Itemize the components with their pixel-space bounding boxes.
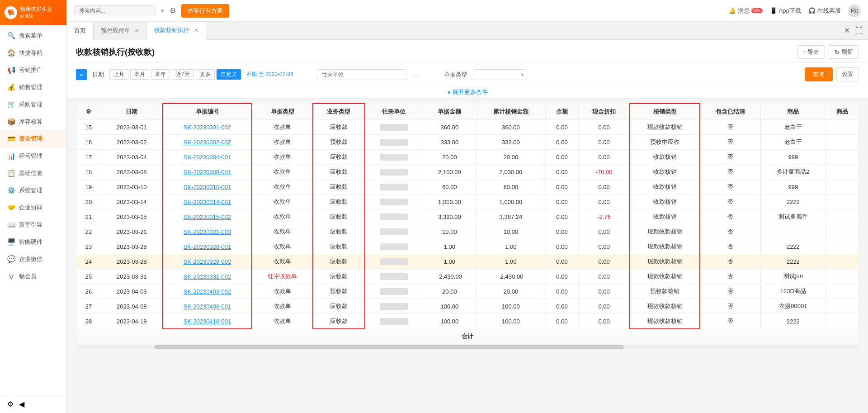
bill-no-link[interactable]: SK-20230328-002 xyxy=(184,258,231,265)
table-row: 20 2023-03-14 SK-20230314-001 收款单 应收款 1,… xyxy=(76,195,859,209)
tab-maximize-btn[interactable]: ⛶ xyxy=(854,25,864,37)
cell-verify-amount: 20.00 xyxy=(476,150,545,165)
th-goods2[interactable]: 商品 xyxy=(826,104,859,120)
th-biz-type[interactable]: 业务类型 xyxy=(313,104,365,120)
cell-bill-type: 收款单 xyxy=(252,284,313,299)
sidebar-item-wechat[interactable]: 💬企业微信 xyxy=(0,251,66,268)
bill-no-link[interactable]: SK-20230328-001 xyxy=(184,243,231,250)
date-custom-btn[interactable]: 自定义 xyxy=(217,69,241,80)
date-more-btn[interactable]: 更多 xyxy=(196,69,215,80)
cell-bill-no: SK-20230308-001 xyxy=(163,165,252,180)
cell-goods: 2222 xyxy=(760,239,826,254)
filter-bar: » 日期 上月 本月 本年 近7天 更多 自定义 不限 至 2023-07-26… xyxy=(67,63,868,86)
sidebar-item-vip[interactable]: V畅会员 xyxy=(0,268,66,285)
dropdown-icon[interactable]: ▾ xyxy=(161,7,164,14)
double-arrow-icon: » xyxy=(80,71,83,78)
refresh-btn[interactable]: ↻ 刷新 xyxy=(829,45,859,59)
bill-no-link[interactable]: SK-20230314-001 xyxy=(184,199,231,205)
bill-no-link[interactable]: SK-20230315-002 xyxy=(184,214,231,220)
filter-toggle-btn[interactable]: » xyxy=(76,69,87,80)
th-partner[interactable]: 往来单位 xyxy=(365,104,423,120)
th-date[interactable]: 日期 xyxy=(101,104,162,120)
bill-no-link[interactable]: SK-20230310-001 xyxy=(184,184,231,190)
prepay-tab-close[interactable]: ✕ xyxy=(135,28,139,34)
cell-goods2 xyxy=(826,269,859,284)
gear-icon[interactable]: ⚙ xyxy=(170,6,176,15)
sidebar-item-basic[interactable]: 📋基础信息 xyxy=(0,165,66,182)
sidebar-item-operation[interactable]: 📊经营管理 xyxy=(0,147,66,165)
cell-balance: 0.00 xyxy=(546,135,579,150)
bill-no-link[interactable]: SK-20230301-002 xyxy=(184,124,231,131)
sidebar-item-inventory[interactable]: 📦库存核算 xyxy=(0,113,66,130)
th-gear[interactable]: ⚙ xyxy=(76,104,101,120)
cell-amount: 20.00 xyxy=(423,284,476,299)
bill-type-select[interactable] xyxy=(473,69,527,80)
partner-input[interactable] xyxy=(317,69,407,80)
app-download-item[interactable]: 📱 App下载 xyxy=(770,7,801,15)
settings-btn[interactable]: 设置 xyxy=(836,67,859,81)
quick-icon: 🏠 xyxy=(7,49,15,57)
sidebar-item-collab[interactable]: 🤝企业协同 xyxy=(0,199,66,216)
cell-balance: 0.00 xyxy=(546,299,579,314)
sidebar-item-hardware[interactable]: 🖥️智能硬件 xyxy=(0,233,66,251)
cell-bill-no: SK-20230321-003 xyxy=(163,224,252,239)
date-prev-month-btn[interactable]: 上月 xyxy=(109,69,128,80)
sidebar-item-quick[interactable]: 🏠快捷导航 xyxy=(0,44,66,62)
sidebar-item-sales[interactable]: 💰销售管理 xyxy=(0,79,66,96)
tab-verify[interactable]: 收款核销执行 ✕ xyxy=(147,22,206,40)
date-this-year-btn[interactable]: 本年 xyxy=(151,69,170,80)
th-bill-no[interactable]: 单据编号 xyxy=(163,104,252,120)
th-balance[interactable]: 余额 xyxy=(546,104,579,120)
sidebar-item-finance[interactable]: 💳资金管理 xyxy=(0,130,66,147)
sidebar-item-guide[interactable]: 📖新手引导 xyxy=(0,216,66,233)
search-input[interactable] xyxy=(74,5,156,16)
scrollbar-thumb[interactable] xyxy=(154,345,624,349)
table-row: 17 2023-03-04 SK-20230304-001 收款单 应收款 20… xyxy=(76,150,859,165)
user-avatar[interactable]: Rit xyxy=(848,5,861,17)
bill-no-link[interactable]: SK-20230418-001 xyxy=(184,318,231,325)
tab-home[interactable]: 首页 xyxy=(67,22,94,40)
cell-cash-discount: 0.00 xyxy=(578,299,630,314)
tab-close-all-btn[interactable]: ✕ xyxy=(842,24,852,37)
th-include-settled[interactable]: 包含已结清 xyxy=(700,104,760,120)
bill-no-link[interactable]: SK-20230321-003 xyxy=(184,228,231,235)
industry-btn[interactable]: 体验行业方案 xyxy=(181,4,229,18)
th-verify-amount[interactable]: 累计核销金额 xyxy=(476,104,545,120)
cell-date: 2023-04-08 xyxy=(101,299,162,314)
expand-more-btn[interactable]: ▾ 展开更多条件 xyxy=(67,86,868,98)
bill-no-link[interactable]: SK-20230308-001 xyxy=(184,169,231,176)
sidebar-item-marketing[interactable]: 📢营销推广 xyxy=(0,62,66,79)
page-header-actions: ↑ 导出 ↻ 刷新 xyxy=(797,45,859,59)
cell-bill-type: 收款单 xyxy=(252,150,313,165)
cell-goods2 xyxy=(826,150,859,165)
th-cash-discount[interactable]: 现金折扣 xyxy=(578,104,630,120)
sidebar-item-purchase[interactable]: 🛒采购管理 xyxy=(0,96,66,113)
horizontal-scrollbar[interactable] xyxy=(76,345,859,349)
date-this-month-btn[interactable]: 本月 xyxy=(130,69,149,80)
bill-no-link[interactable]: SK-20230403-002 xyxy=(184,288,231,295)
bill-no-link[interactable]: SK-20230304-001 xyxy=(184,154,231,161)
cell-verify-amount: 1,000.00 xyxy=(476,195,545,209)
cell-goods2 xyxy=(826,284,859,299)
cell-verify-type: 收款核销 xyxy=(630,150,700,165)
verify-tab-close[interactable]: ✕ xyxy=(194,27,198,33)
settings-icon[interactable]: ⚙ xyxy=(7,400,14,408)
bill-no-link[interactable]: SK-20230302-002 xyxy=(184,139,231,146)
bill-no-link[interactable]: SK-20230408-001 xyxy=(184,303,231,310)
th-bill-type[interactable]: 单据类型 xyxy=(252,104,313,120)
th-goods[interactable]: 商品 xyxy=(760,104,826,120)
tab-prepay[interactable]: 预付应付单 ✕ xyxy=(94,22,147,40)
th-amount[interactable]: 单据金额 xyxy=(423,104,476,120)
messages-item[interactable]: 🔔 消息 99+ xyxy=(729,7,763,15)
collapse-icon[interactable]: ◀ xyxy=(19,400,24,408)
export-btn[interactable]: ↑ 导出 xyxy=(797,45,826,59)
bill-no-link[interactable]: SK-20230331-002 xyxy=(184,273,231,280)
query-btn[interactable]: 查询 xyxy=(805,67,833,81)
cell-partner xyxy=(365,135,423,150)
online-service-item[interactable]: 🎧 在线客服 xyxy=(808,7,841,15)
sidebar-item-system[interactable]: ⚙️系统管理 xyxy=(0,182,66,199)
cell-goods2 xyxy=(826,299,859,314)
sidebar-item-search[interactable]: 🔍搜索菜单 xyxy=(0,27,66,44)
th-verify-type[interactable]: 核销类型 xyxy=(630,104,700,120)
date-7days-btn[interactable]: 近7天 xyxy=(172,69,194,80)
